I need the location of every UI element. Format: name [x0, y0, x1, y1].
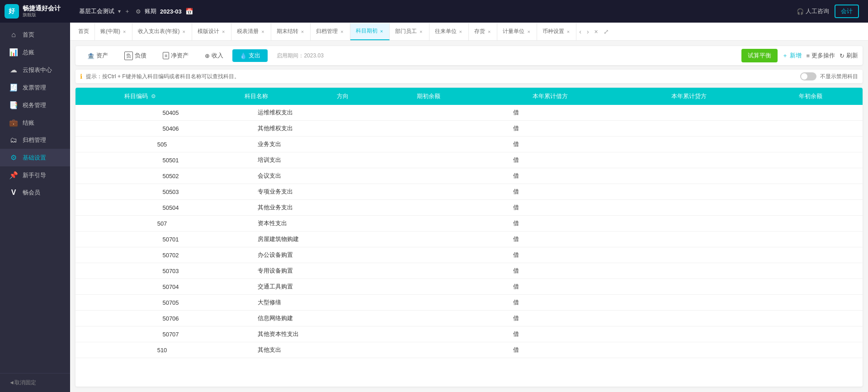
tab-scroll-left[interactable]: ‹ [576, 28, 584, 35]
sub-tab-asset[interactable]: 🏦 资产 [80, 49, 115, 62]
add-tab-icon[interactable]: ＋ [124, 7, 130, 15]
tab-unit-close[interactable]: × [526, 28, 531, 35]
table-scroll[interactable]: 50405运维维权支出借50406其他维权支出借505业务支出借50501培训支… [75, 105, 863, 387]
table-row[interactable]: 50702办公设备购置借 [75, 247, 863, 263]
sidebar-item-home[interactable]: ⌂ 首页 [0, 26, 70, 43]
tab-maximize[interactable]: ⤢ [601, 28, 612, 35]
col-code-settings-icon[interactable]: ⚙ [151, 93, 156, 99]
tab-department[interactable]: 部门员工 × [390, 23, 429, 40]
sidebar-item-reports[interactable]: ☁ 云报表中心 [0, 61, 70, 79]
table-row[interactable]: 50707其他资本性支出借 [75, 326, 863, 342]
cell-amount [784, 137, 863, 152]
table-row[interactable]: 50405运维维权支出借 [75, 105, 863, 121]
cell-amount [548, 263, 627, 279]
table-row[interactable]: 50406其他维权支出借 [75, 121, 863, 137]
sidebar-item-checkout[interactable]: 💼 结账 [0, 114, 70, 132]
tab-annual-report[interactable]: 收入支出表(年报) × [132, 23, 192, 40]
table-row[interactable]: 510其他支出借 [75, 342, 863, 358]
tab-archive-mgmt[interactable]: 归档管理 × [311, 23, 350, 40]
sidebar-label-ledger: 总账 [23, 48, 34, 57]
refresh-icon: ↻ [840, 52, 844, 59]
sub-tab-income[interactable]: ⊕ 收入 [198, 49, 231, 62]
tab-annual-report-close[interactable]: × [181, 28, 186, 35]
tab-tax-table[interactable]: 税表清册 × [231, 23, 271, 40]
sidebar-item-ledger[interactable]: 📊 总账 [0, 43, 70, 61]
tab-subject-initial[interactable]: 科目期初 × [350, 23, 390, 40]
sidebar-item-tax[interactable]: 📑 税务管理 [0, 96, 70, 114]
cell-dir: 借 [485, 311, 547, 326]
sidebar-item-settings[interactable]: ⚙ 基础设置 [0, 149, 70, 166]
table-row[interactable]: 50503专项业务支出借 [75, 184, 863, 200]
add-button[interactable]: ＋ 新增 [782, 52, 802, 60]
table-row[interactable]: 50703专用设备购置借 [75, 263, 863, 279]
sub-tab-expense[interactable]: 💧 支出 [232, 49, 268, 62]
cell-amount [705, 247, 784, 263]
tab-home[interactable]: 首页 [73, 23, 95, 40]
cell-amount [627, 326, 705, 342]
tab-period-end[interactable]: 期末结转 × [271, 23, 311, 40]
tab-currency-close[interactable]: × [566, 28, 571, 35]
tab-subject-initial-close[interactable]: × [379, 28, 384, 35]
tab-scroll-right[interactable]: › [584, 28, 592, 35]
table-row[interactable]: 50502会议支出借 [75, 168, 863, 184]
sidebar-item-member[interactable]: V 畅会员 [0, 184, 70, 201]
sub-tab-equity[interactable]: ≡ 净资产 [156, 49, 196, 62]
cell-name: 其他支出 [249, 342, 485, 358]
cell-amount [627, 279, 705, 295]
tab-template-close[interactable]: × [221, 28, 226, 35]
top-bar-action-icons: ＋ ⚙ [124, 7, 141, 15]
more-button[interactable]: ≡ 更多操作 [806, 52, 835, 60]
tab-mid-period[interactable]: 账(中期) × [95, 23, 132, 40]
cell-code: 50503 [75, 184, 249, 200]
sidebar-item-invoice[interactable]: 🧾 发票管理 [0, 79, 70, 96]
cell-amount [548, 168, 627, 184]
sidebar-item-guide[interactable]: 📌 新手引导 [0, 166, 70, 184]
tab-unit[interactable]: 计量单位 × [497, 23, 537, 40]
table-row[interactable]: 50705大型修缮借 [75, 295, 863, 311]
cell-amount [627, 121, 705, 137]
cell-name: 其他资本性支出 [249, 326, 485, 342]
cell-code: 50707 [75, 326, 249, 342]
disable-toggle[interactable] [800, 72, 816, 80]
tab-inventory[interactable]: 存货 × [469, 23, 497, 40]
refresh-button[interactable]: ↻ 刷新 [840, 52, 858, 60]
cell-name: 其他维权支出 [249, 121, 485, 137]
cell-name: 大型修缮 [249, 295, 485, 311]
tab-inventory-close[interactable]: × [487, 28, 491, 35]
account-type-button[interactable]: 会计 [835, 5, 859, 18]
table-row[interactable]: 50504其他业务支出借 [75, 200, 863, 216]
cell-dir: 借 [485, 295, 547, 311]
sidebar-collapse-button[interactable]: ◄取消固定 [0, 373, 70, 392]
tab-mid-period-close[interactable]: × [122, 28, 127, 35]
tab-currency[interactable]: 币种设置 × [537, 23, 576, 40]
help-button[interactable]: 🎧 人工咨询 [797, 7, 829, 15]
tab-contacts[interactable]: 往来单位 × [429, 23, 469, 40]
sub-tab-liability[interactable]: 负 负债 [117, 49, 154, 62]
table-row[interactable]: 50501培训支出借 [75, 152, 863, 168]
sidebar-item-archive[interactable]: 🗂 归档管理 [0, 132, 70, 149]
cell-amount [627, 184, 705, 200]
cell-name: 专项业务支出 [249, 184, 485, 200]
table-row[interactable]: 50706信息网络购建借 [75, 311, 863, 326]
tab-tax-table-label: 税表清册 [237, 28, 259, 35]
tab-archive-mgmt-close[interactable]: × [340, 28, 344, 35]
tab-contacts-close[interactable]: × [458, 28, 463, 35]
table-row[interactable]: 505业务支出借 [75, 137, 863, 152]
table-row[interactable]: 50701房屋建筑物购建借 [75, 231, 863, 247]
cell-amount [627, 216, 705, 231]
table-row[interactable]: 50704交通工具购置借 [75, 279, 863, 295]
cell-code: 50706 [75, 311, 249, 326]
tab-template[interactable]: 模版设计 × [192, 23, 231, 40]
tab-department-close[interactable]: × [419, 28, 423, 35]
cell-name: 运维维权支出 [249, 105, 485, 121]
tab-close-all[interactable]: × [592, 28, 601, 35]
cell-amount [784, 326, 863, 342]
calendar-icon[interactable]: 📅 [185, 8, 193, 15]
cell-dir: 借 [485, 152, 547, 168]
balance-button[interactable]: 试算平衡 [741, 49, 778, 62]
tab-tax-table-close[interactable]: × [260, 28, 265, 35]
tab-period-end-close[interactable]: × [300, 28, 305, 35]
company-dropdown-icon[interactable]: ▾ [118, 8, 121, 14]
settings-icon[interactable]: ⚙ [136, 8, 141, 15]
table-row[interactable]: 507资本性支出借 [75, 216, 863, 231]
